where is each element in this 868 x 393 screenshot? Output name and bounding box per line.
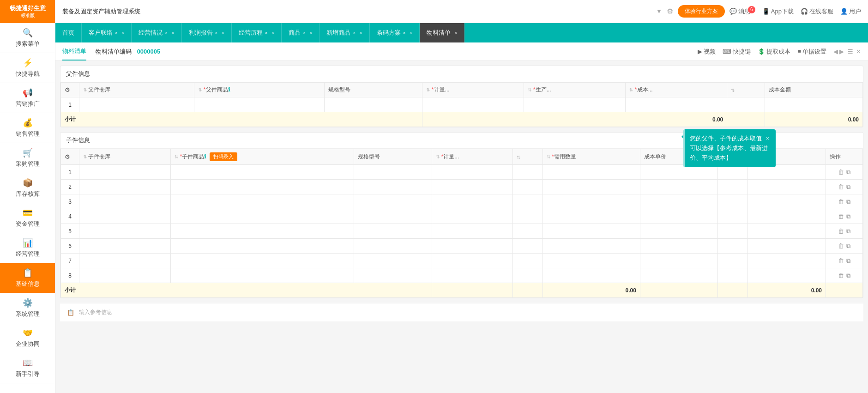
child-cell-quantity-4[interactable] <box>542 209 640 224</box>
child-cell-unit-3[interactable] <box>432 194 512 209</box>
child-cell-extra2-7[interactable] <box>718 254 748 268</box>
nav-tab-close-1[interactable]: × <box>121 30 124 36</box>
child-cell-spec-6[interactable] <box>354 239 432 254</box>
child-cell-warehouse-5[interactable] <box>79 224 171 239</box>
single-setting-tool[interactable]: ≡ 单据设置 <box>797 48 826 56</box>
child-cell-extra-5[interactable] <box>512 224 542 239</box>
tooltip-close-icon[interactable]: × <box>766 134 769 144</box>
sidebar-item-5[interactable]: 📦 库存核算 <box>0 173 55 203</box>
child-cell-unitcost-2[interactable] <box>640 180 718 194</box>
child-cell-extra-1[interactable] <box>512 165 542 180</box>
child-cell-unit-4[interactable] <box>432 209 512 224</box>
parent-cell-extra[interactable] <box>727 97 765 112</box>
sidebar-item-8[interactable]: 📋 基础信息 <box>0 263 55 293</box>
child-cell-unitcost-5[interactable] <box>640 224 718 239</box>
nav-menu-icon[interactable]: ☰ <box>848 48 853 55</box>
copy-icon-5[interactable]: ⧉ <box>846 228 850 235</box>
child-cell-warehouse-7[interactable] <box>79 254 171 268</box>
parent-cell-cost[interactable] <box>626 97 727 112</box>
nav-tab-2[interactable]: 经营情况×× <box>132 23 181 42</box>
child-cell-unitcost-4[interactable] <box>640 209 718 224</box>
child-cell-spec-2[interactable] <box>354 180 432 194</box>
delete-icon-8[interactable]: 🗑 <box>838 272 844 279</box>
child-cell-goods-3[interactable] <box>171 194 354 209</box>
nav-tab-8[interactable]: 物料清单× <box>420 23 464 42</box>
delete-icon-7[interactable]: 🗑 <box>838 257 844 265</box>
copy-icon-1[interactable]: ⧉ <box>846 169 850 176</box>
nav-tab-5[interactable]: 商品×× <box>282 23 319 42</box>
dropdown-icon[interactable]: ▼ <box>656 8 662 15</box>
nav-tab-close-2[interactable]: × <box>171 30 174 36</box>
copy-icon-4[interactable]: ⧉ <box>846 213 850 220</box>
parent-th-gear[interactable]: ⚙ <box>61 83 79 97</box>
child-cell-goods-7[interactable] <box>171 254 354 268</box>
child-cell-spec-3[interactable] <box>354 194 432 209</box>
child-cell-warehouse-3[interactable] <box>79 194 171 209</box>
nav-close-icon[interactable]: ✕ <box>856 48 861 55</box>
child-cell-extra2-2[interactable] <box>718 180 748 194</box>
child-cell-extra-2[interactable] <box>512 180 542 194</box>
child-cell-goods-5[interactable] <box>171 224 354 239</box>
extract-cost-tool[interactable]: 💲 提取成本 <box>758 48 790 56</box>
video-tool[interactable]: ▶ 视频 <box>698 48 716 56</box>
child-cell-quantity-8[interactable] <box>542 268 640 283</box>
child-cell-extra-3[interactable] <box>512 194 542 209</box>
sidebar-item-6[interactable]: 💳 资金管理 <box>0 203 55 233</box>
sidebar-item-9[interactable]: ⚙️ 系统管理 <box>0 293 55 323</box>
copy-icon-8[interactable]: ⧉ <box>846 272 850 279</box>
parent-cell-goods[interactable] <box>194 97 325 112</box>
child-cell-warehouse-8[interactable] <box>79 268 171 283</box>
delete-icon-4[interactable]: 🗑 <box>838 213 844 220</box>
nav-tab-0[interactable]: 首页 <box>55 23 82 42</box>
child-cell-unit-7[interactable] <box>432 254 512 268</box>
child-cell-unit-6[interactable] <box>432 239 512 254</box>
child-cell-quantity-6[interactable] <box>542 239 640 254</box>
nav-tab-close-8[interactable]: × <box>454 30 457 36</box>
nav-tab-close-6[interactable]: × <box>359 30 362 36</box>
parent-cell-spec[interactable] <box>325 97 422 112</box>
nav-tab-close-4[interactable]: × <box>271 30 274 36</box>
sidebar-item-11[interactable]: 📖 新手引导 <box>0 353 55 383</box>
child-cell-spec-5[interactable] <box>354 224 432 239</box>
scan-button[interactable]: 扫码录入 <box>210 152 237 161</box>
child-cell-quantity-3[interactable] <box>542 194 640 209</box>
child-cell-warehouse-2[interactable] <box>79 180 171 194</box>
child-cell-spec-7[interactable] <box>354 254 432 268</box>
child-cell-goods-4[interactable] <box>171 209 354 224</box>
child-cell-unitcost-3[interactable] <box>640 194 718 209</box>
child-cell-unit-5[interactable] <box>432 224 512 239</box>
nav-right-icon[interactable]: ▶ <box>839 48 844 55</box>
child-cell-goods-8[interactable] <box>171 268 354 283</box>
delete-icon-3[interactable]: 🗑 <box>838 198 844 206</box>
nav-tab-close-3[interactable]: × <box>221 30 224 36</box>
child-cell-extra-7[interactable] <box>512 254 542 268</box>
copy-icon-6[interactable]: ⧉ <box>846 242 850 250</box>
child-cell-unit-2[interactable] <box>432 180 512 194</box>
delete-icon-2[interactable]: 🗑 <box>838 183 844 191</box>
child-cell-quantity-1[interactable] <box>542 165 640 180</box>
parent-cell-warehouse[interactable] <box>79 97 194 112</box>
child-cell-warehouse-6[interactable] <box>79 239 171 254</box>
sidebar-item-0[interactable]: 🔍 搜索菜单 <box>0 23 55 53</box>
sidebar-item-3[interactable]: 💰 销售管理 <box>0 113 55 143</box>
delete-icon-5[interactable]: 🗑 <box>838 228 844 235</box>
child-cell-extra-6[interactable] <box>512 239 542 254</box>
child-cell-spec-4[interactable] <box>354 209 432 224</box>
sidebar-item-7[interactable]: 📊 经营管理 <box>0 233 55 263</box>
nav-tab-3[interactable]: 利润报告×× <box>182 23 232 42</box>
child-cell-extra2-5[interactable] <box>718 224 748 239</box>
child-cell-spec-1[interactable] <box>354 165 432 180</box>
child-cell-warehouse-1[interactable] <box>79 165 171 180</box>
child-cell-unit-1[interactable] <box>432 165 512 180</box>
app-download-tool[interactable]: 📱 App下载 <box>762 7 794 16</box>
message-tool[interactable]: 💬 消息 6 <box>729 7 755 16</box>
child-cell-quantity-5[interactable] <box>542 224 640 239</box>
child-cell-unitcost-7[interactable] <box>640 254 718 268</box>
sidebar-item-10[interactable]: 🤝 企业协同 <box>0 323 55 353</box>
nav-tab-7[interactable]: 条码方案×× <box>370 23 420 42</box>
child-cell-goods-6[interactable] <box>171 239 354 254</box>
child-cell-spec-8[interactable] <box>354 268 432 283</box>
child-cell-extra-8[interactable] <box>512 268 542 283</box>
sidebar-item-4[interactable]: 🛒 采购管理 <box>0 143 55 173</box>
child-cell-goods-2[interactable] <box>171 180 354 194</box>
